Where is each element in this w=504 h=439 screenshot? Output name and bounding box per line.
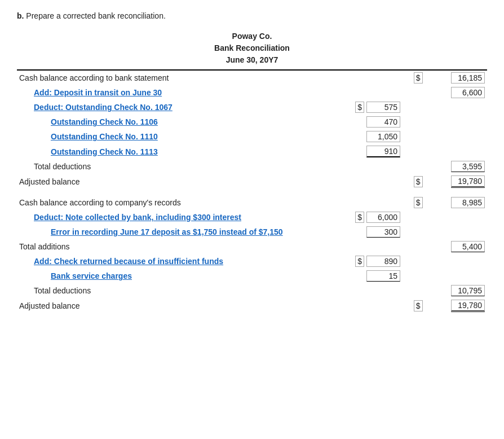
bank-total-deductions-amount — [307, 159, 403, 174]
report-date: June 30, 20Y7 — [17, 54, 487, 66]
charges-amount: 15 — [307, 269, 403, 283]
check1067-label: Deduct: Outstanding Check No. 1067 — [17, 100, 307, 115]
bank-opening-amount: 16,185 — [424, 71, 487, 85]
check1113-amount: 910 — [307, 144, 403, 159]
deposit-mid — [307, 85, 403, 100]
check1110-label: Outstanding Check No. 1110 — [17, 129, 307, 144]
check1110-amount: 1,050 — [307, 129, 403, 144]
intro-text: b. Prepare a corrected bank reconciliati… — [17, 11, 487, 20]
bank-opening-dollar: $ — [403, 71, 423, 85]
company-total-deductions-label: Total deductions — [17, 283, 307, 298]
total-additions-label: Total additions — [17, 239, 307, 254]
nsf-amount: $ 890 — [307, 254, 403, 269]
check1067-mid: $ 575 — [307, 100, 403, 115]
check1106-label: Outstanding Check No. 1106 — [17, 115, 307, 129]
bank-adjusted-dollar: $ — [403, 174, 423, 190]
bank-total-deductions-total: 3,595 — [424, 159, 487, 174]
company-adjusted-label: Adjusted balance — [17, 298, 307, 314]
check1106-amount: 470 — [307, 115, 403, 129]
bank-adjusted-label: Adjusted balance — [17, 174, 307, 190]
note-label: Deduct: Note collected by bank, includin… — [17, 210, 307, 225]
total-additions-amount: 5,400 — [424, 239, 487, 254]
company-opening-dollar: $ — [403, 195, 423, 210]
bank-total-deductions-label: Total deductions — [17, 159, 307, 174]
bank-opening-label: Cash balance according to bank statement — [17, 71, 307, 85]
company-opening-label: Cash balance according to company's reco… — [17, 195, 307, 210]
error-label: Error in recording June 17 deposit as $1… — [17, 225, 307, 239]
company-adjusted-amount: 19,780 — [424, 298, 487, 314]
bank-opening-mid — [307, 71, 403, 85]
deposit-label: Add: Deposit in transit on June 30 — [17, 85, 307, 100]
company-opening-amount: 8,985 — [424, 195, 487, 210]
error-amount: 300 — [307, 225, 403, 239]
bank-adjusted-amount: 19,780 — [424, 174, 487, 190]
charges-label: Bank service charges — [17, 269, 307, 283]
nsf-label: Add: Check returned because of insuffici… — [17, 254, 307, 269]
company-adjusted-dollar: $ — [403, 298, 423, 314]
report-title: Bank Reconciliation — [17, 42, 487, 54]
company-total-deductions-amount: 10,795 — [424, 283, 487, 298]
note-amount: $ 6,000 — [307, 210, 403, 225]
deposit-amount: 6,600 — [424, 85, 487, 100]
company-name: Poway Co. — [17, 30, 487, 42]
check1113-label: Outstanding Check No. 1113 — [17, 144, 307, 159]
